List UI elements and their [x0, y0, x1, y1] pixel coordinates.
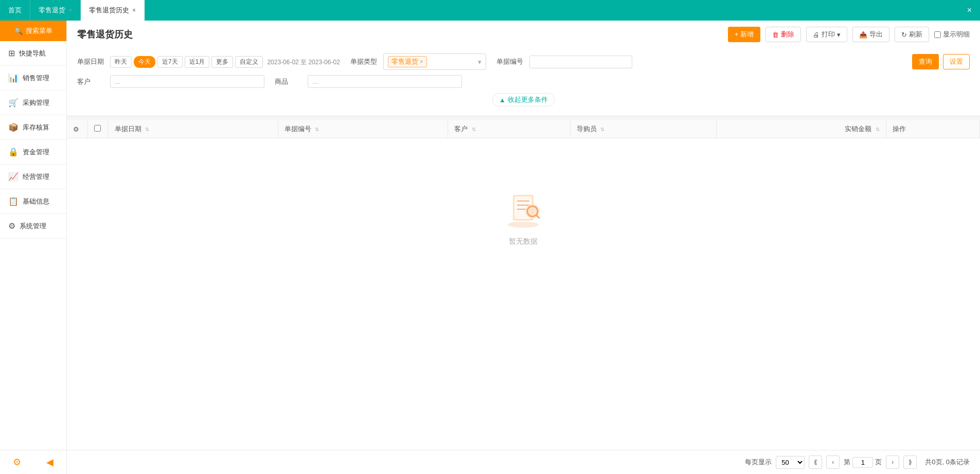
- th-amount[interactable]: 实销金额 ⇅: [716, 120, 886, 138]
- top-bar: 首页 零售退货 × 零售退货历史 × ×: [0, 0, 980, 21]
- date-btn-1month[interactable]: 近1月: [185, 56, 210, 68]
- filter-area: 单据日期 昨天 今天 近7天 近1月 更多 自定义 2023-06-02 至 2…: [77, 48, 970, 116]
- filter-goods: 商品 ...: [275, 75, 462, 88]
- operation-icon: 📈: [8, 172, 19, 181]
- goods-label: 商品: [275, 77, 304, 86]
- collapse-button[interactable]: ▲ 收起更多条件: [492, 93, 555, 106]
- page-title: 零售退货历史: [77, 28, 133, 41]
- collapse-up-icon: ▲: [499, 96, 506, 104]
- collapse-sidebar-btn[interactable]: ◀: [46, 457, 54, 468]
- voucher-type-select[interactable]: 零售退货 × ▾: [383, 53, 486, 70]
- svg-point-0: [508, 222, 539, 228]
- sort-date-icon: ⇅: [145, 126, 149, 132]
- sort-guide-icon: ⇅: [600, 126, 604, 132]
- filter-voucher-type: 单据类型 零售退货 × ▾: [350, 53, 486, 70]
- page-size-select[interactable]: 10 20 50 100: [776, 456, 805, 469]
- date-options: 昨天 今天 近7天 近1月 更多 自定义: [110, 56, 263, 68]
- settings-button[interactable]: 设置: [943, 54, 970, 69]
- date-btn-yesterday[interactable]: 昨天: [110, 56, 132, 68]
- th-guide[interactable]: 导购员 ⇅: [570, 120, 716, 138]
- empty-text: 暂无数据: [509, 237, 538, 246]
- sidebar: 🔍 搜索菜单 ⊞ 快捷导航 📊 销售管理 🛒 采购管理 📦 库存核算 🔒 资金管…: [0, 21, 67, 474]
- sales-icon: 📊: [8, 73, 19, 83]
- collapse-row: ▲ 收起更多条件: [77, 93, 970, 111]
- close-tab-retail-return[interactable]: ×: [68, 7, 72, 14]
- content-area: 零售退货历史 + 新增 🗑 删除 🖨 打印 ▾ 📤: [67, 21, 980, 474]
- sort-amount-icon: ⇅: [876, 126, 880, 132]
- export-button[interactable]: 📤 导出: [852, 27, 889, 42]
- basic-icon: 📋: [8, 196, 19, 206]
- pagination-bar: 每页显示 10 20 50 100 ⟪ ‹ 第 页 › ⟫ 共0页, 0条记录: [67, 450, 980, 474]
- page-number-input[interactable]: [852, 457, 873, 468]
- voucher-type-dropdown-icon: ▾: [478, 58, 482, 66]
- date-btn-7days[interactable]: 近7天: [157, 56, 183, 68]
- sort-customer-icon: ⇅: [472, 126, 476, 132]
- th-date[interactable]: 单据日期 ⇅: [108, 120, 278, 138]
- table-body: 暂无数据: [67, 138, 980, 288]
- tab-home[interactable]: 首页: [0, 0, 30, 21]
- tab-retail-return-history[interactable]: 零售退货历史 ×: [81, 0, 145, 21]
- sidebar-search[interactable]: 🔍 搜索菜单: [0, 21, 66, 41]
- table-header-row: ⚙ 单据日期 ⇅ 单据编号 ⇅ 客户 ⇅: [67, 120, 980, 138]
- voucher-no-input[interactable]: [529, 56, 632, 68]
- sidebar-item-system[interactable]: ⚙ 系统管理: [0, 214, 66, 239]
- quicknav-icon: ⊞: [8, 48, 15, 58]
- th-customer[interactable]: 客户 ⇅: [448, 120, 571, 138]
- sidebar-item-purchase[interactable]: 🛒 采购管理: [0, 90, 66, 115]
- close-tab-retail-return-history[interactable]: ×: [132, 7, 136, 14]
- sidebar-item-quicknav[interactable]: ⊞ 快捷导航: [0, 41, 66, 66]
- sidebar-item-sales[interactable]: 📊 销售管理: [0, 66, 66, 90]
- next-page-button[interactable]: ›: [886, 455, 899, 469]
- data-table: ⚙ 单据日期 ⇅ 单据编号 ⇅ 客户 ⇅: [67, 120, 980, 287]
- total-info: 共0页, 0条记录: [925, 458, 970, 467]
- th-settings[interactable]: ⚙: [67, 120, 87, 138]
- voucher-type-label: 单据类型: [350, 57, 379, 66]
- th-no[interactable]: 单据编号 ⇅: [278, 120, 448, 138]
- window-close-button[interactable]: ×: [959, 0, 980, 21]
- system-icon: ⚙: [8, 221, 15, 231]
- customer-label: 客户: [77, 77, 106, 86]
- customer-select[interactable]: ...: [110, 75, 264, 88]
- sidebar-item-finance[interactable]: 🔒 资金管理: [0, 140, 66, 165]
- purchase-icon: 🛒: [8, 98, 19, 107]
- date-btn-today[interactable]: 今天: [134, 56, 155, 68]
- page-header-top: 零售退货历史 + 新增 🗑 删除 🖨 打印 ▾ 📤: [77, 27, 970, 42]
- filter-customer: 客户 ...: [77, 75, 264, 88]
- filter-row-2: 客户 ... 商品 ...: [77, 75, 970, 88]
- goods-select[interactable]: ...: [308, 75, 462, 88]
- date-label: 单据日期: [77, 57, 106, 66]
- show-detail-checkbox[interactable]: 显示明细: [934, 30, 970, 39]
- prev-page-button[interactable]: ‹: [826, 455, 840, 469]
- table-head: ⚙ 单据日期 ⇅ 单据编号 ⇅ 客户 ⇅: [67, 120, 980, 138]
- sidebar-item-basic[interactable]: 📋 基础信息: [0, 189, 66, 214]
- delete-button[interactable]: 🗑 删除: [765, 27, 801, 42]
- page-header: 零售退货历史 + 新增 🗑 删除 🖨 打印 ▾ 📤: [67, 21, 980, 116]
- settings-bottom-btn[interactable]: ⚙: [13, 457, 21, 468]
- voucher-type-tag: 零售退货 ×: [388, 56, 427, 67]
- date-btn-more[interactable]: 更多: [211, 56, 233, 68]
- print-button[interactable]: 🖨 打印 ▾: [806, 27, 847, 42]
- query-button[interactable]: 查询: [912, 54, 939, 69]
- select-all-checkbox[interactable]: [94, 125, 101, 132]
- refresh-button[interactable]: ↻ 刷新: [895, 27, 929, 42]
- sidebar-item-inventory[interactable]: 📦 库存核算: [0, 115, 66, 140]
- filter-date: 单据日期 昨天 今天 近7天 近1月 更多 自定义 2023-06-02 至 2…: [77, 56, 340, 68]
- sidebar-bottom: ⚙ ◀: [0, 450, 66, 474]
- new-button[interactable]: + 新增: [728, 27, 760, 42]
- th-action: 操作: [886, 120, 980, 138]
- inventory-icon: 📦: [8, 122, 19, 132]
- page-info: 第 页: [844, 457, 882, 468]
- date-btn-custom[interactable]: 自定义: [235, 56, 263, 68]
- tab-retail-return[interactable]: 零售退货 ×: [30, 0, 81, 21]
- show-detail-input[interactable]: [934, 31, 941, 38]
- last-page-button[interactable]: ⟫: [903, 455, 917, 469]
- sort-no-icon: ⇅: [315, 126, 319, 132]
- query-settings-group: 查询 设置: [912, 54, 970, 69]
- empty-state: 暂无数据: [67, 138, 980, 287]
- first-page-button[interactable]: ⟪: [809, 455, 822, 469]
- goods-ellipsis: ...: [312, 78, 318, 85]
- sidebar-item-operation[interactable]: 📈 经营管理: [0, 165, 66, 189]
- remove-voucher-type-tag[interactable]: ×: [420, 58, 423, 65]
- refresh-icon: ↻: [901, 31, 907, 39]
- th-checkbox[interactable]: [87, 120, 108, 138]
